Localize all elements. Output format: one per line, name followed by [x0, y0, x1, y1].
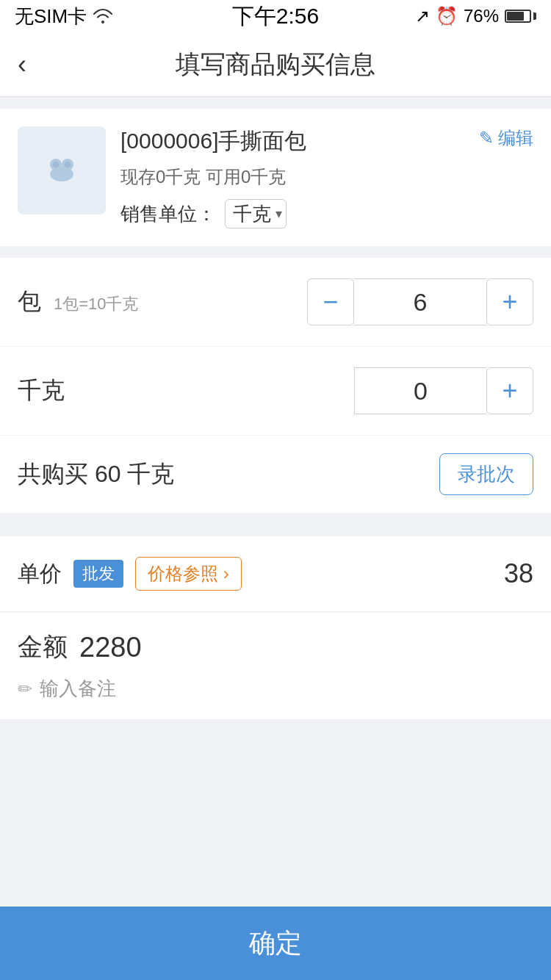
amount-value: 2280: [79, 632, 142, 663]
unit-label: 销售单位：: [120, 201, 216, 227]
note-row[interactable]: ✏ 输入备注: [18, 676, 533, 713]
qty-plus-button-bao[interactable]: +: [486, 278, 533, 325]
section-separator-1: [0, 246, 551, 258]
product-unit-row: 销售单位： 千克 ▾: [120, 199, 533, 228]
status-bar: 无SIM卡 下午2:56 ↗ ⏰ 76%: [0, 0, 551, 32]
amount-section: 金额 2280 ✏ 输入备注: [0, 613, 551, 719]
note-placeholder: 输入备注: [40, 676, 116, 702]
page-title: 填写商品购买信息: [176, 48, 375, 82]
carrier-text: 无SIM卡: [15, 4, 87, 29]
qty-controls-bao: − +: [307, 278, 533, 325]
battery-icon: [505, 10, 536, 23]
qty-sublabel-bao: 1包=10千克: [54, 295, 139, 313]
price-value: 38: [504, 558, 533, 589]
qty-label-kg: 千克: [18, 375, 354, 407]
status-time: 下午2:56: [232, 1, 319, 32]
qty-label-bao: 包 1包=10千克: [18, 286, 307, 318]
unit-select-wrapper[interactable]: 千克 ▾: [225, 199, 287, 228]
battery-percent: 76%: [464, 6, 499, 26]
product-stock: 现存0千克 可用0千克: [120, 165, 533, 189]
alarm-icon: ⏰: [436, 6, 458, 26]
bottom-spacer: [0, 719, 551, 907]
edit-button[interactable]: ✎ 编辑: [479, 126, 533, 150]
svg-point-4: [65, 162, 71, 167]
product-image: [18, 126, 106, 215]
amount-label: 金额: [18, 630, 68, 664]
status-left: 无SIM卡: [15, 4, 113, 29]
qty-plus-button-kg[interactable]: +: [486, 367, 533, 414]
amount-row: 金额 2280: [18, 630, 533, 664]
summary-row: 共购买 60 千克 录批次: [0, 436, 551, 513]
back-button[interactable]: ‹: [18, 49, 26, 80]
quantity-section: 包 1包=10千克 − + 千克 +: [0, 258, 551, 436]
confirm-bar[interactable]: 确定: [0, 907, 551, 980]
product-name: [0000006]手撕面包: [120, 126, 533, 156]
status-right: ↗ ⏰ 76%: [415, 6, 536, 26]
svg-point-3: [53, 162, 59, 167]
nav-bar: ‹ 填写商品购买信息: [0, 32, 551, 97]
location-icon: ↗: [415, 6, 430, 26]
section-separator-2: [0, 513, 551, 525]
price-section: 单价 批发 价格参照 › 38: [0, 536, 551, 611]
product-card: [0000006]手撕面包 现存0千克 可用0千克 销售单位： 千克 ▾ ✎ 编…: [0, 109, 551, 246]
summary-text: 共购买 60 千克: [18, 458, 174, 491]
pencil-icon: ✏: [18, 679, 32, 699]
qty-minus-button-bao[interactable]: −: [307, 278, 354, 325]
unit-select[interactable]: 千克: [225, 199, 287, 228]
batch-button[interactable]: 录批次: [439, 453, 533, 495]
qty-controls-kg: +: [354, 367, 533, 414]
confirm-button-label: 确定: [249, 926, 302, 962]
qty-row-kg: 千克 +: [0, 347, 551, 436]
svg-point-2: [50, 167, 73, 181]
qty-input-kg[interactable]: [354, 367, 486, 414]
price-reference-label: 价格参照 ›: [148, 562, 229, 586]
edit-label: 编辑: [498, 126, 533, 150]
qty-row-bao: 包 1包=10千克 − +: [0, 258, 551, 347]
price-label: 单价: [18, 559, 62, 589]
edit-icon: ✎: [479, 128, 494, 148]
qty-input-bao[interactable]: [354, 278, 486, 325]
price-reference-button[interactable]: 价格参照 ›: [135, 557, 242, 591]
wholesale-tag: 批发: [73, 560, 123, 588]
product-info: [0000006]手撕面包 现存0千克 可用0千克 销售单位： 千克 ▾: [120, 126, 533, 228]
wifi-icon: [93, 9, 113, 24]
